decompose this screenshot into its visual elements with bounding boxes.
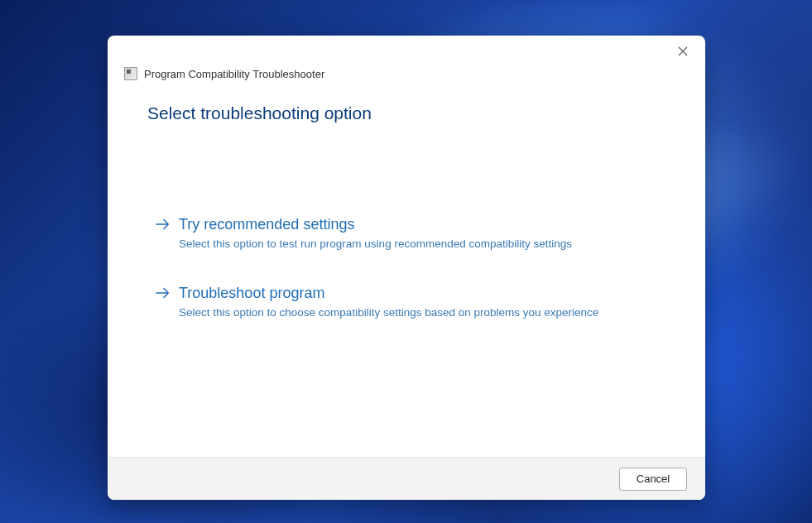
option-title: Try recommended settings: [179, 214, 665, 234]
close-button[interactable]: [664, 39, 702, 65]
options-list: Try recommended settings Select this opt…: [147, 214, 665, 321]
option-text: Try recommended settings Select this opt…: [179, 214, 665, 253]
option-description: Select this option to choose compatibili…: [179, 305, 665, 321]
option-text: Troubleshoot program Select this option …: [179, 283, 665, 322]
window-title: Program Compatibility Troubleshooter: [144, 68, 324, 80]
content-area: Select troubleshooting option Try recomm…: [108, 89, 705, 457]
cancel-button[interactable]: Cancel: [619, 468, 687, 491]
page-heading: Select troubleshooting option: [147, 103, 665, 123]
troubleshooter-dialog: Program Compatibility Troubleshooter Sel…: [108, 36, 705, 500]
dialog-footer: Cancel: [108, 457, 705, 500]
app-icon: [124, 67, 137, 80]
header-row: Program Compatibility Troubleshooter: [108, 67, 705, 89]
close-icon: [678, 45, 688, 60]
option-description: Select this option to test run program u…: [179, 236, 665, 252]
option-try-recommended[interactable]: Try recommended settings Select this opt…: [156, 214, 665, 253]
arrow-right-icon: [156, 286, 171, 303]
titlebar: [108, 36, 705, 67]
option-title: Troubleshoot program: [179, 283, 665, 303]
option-troubleshoot-program[interactable]: Troubleshoot program Select this option …: [156, 283, 665, 322]
arrow-right-icon: [156, 218, 171, 234]
